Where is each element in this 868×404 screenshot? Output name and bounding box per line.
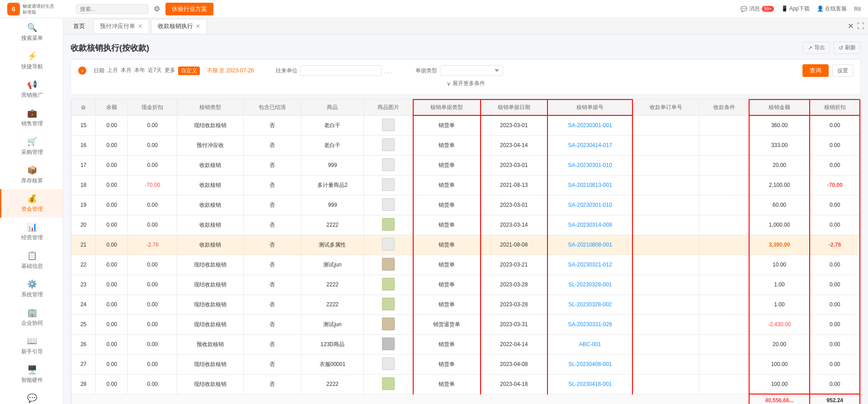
sidebar-item-sales[interactable]: 💼 销售管理 [0,104,63,132]
bill-no-link[interactable]: SL-20230418-001 [568,381,612,387]
date-this-year[interactable]: 本年 [134,67,145,75]
tab-receipt-exec-close[interactable]: ✕ [196,23,200,29]
query-btn[interactable]: 查询 [802,64,829,77]
goods-image [382,278,395,290]
row-balance: 0.00 [96,135,128,155]
goods-image [382,218,395,231]
row-bill-no[interactable]: SA-20230301-001 [547,115,632,135]
filter-collapse-btn[interactable]: » [78,67,86,75]
row-bill-type: 销货退货单 [413,314,480,334]
sidebar-item-guide[interactable]: 📖 新手引导 [0,332,63,360]
date-more[interactable]: 更多 [165,67,175,75]
row-bill-no[interactable]: ABC-001 [547,334,632,354]
settings-btn[interactable]: 设置 [832,64,853,77]
row-bill-no[interactable]: SL-20230418-001 [547,374,632,394]
bill-no-link[interactable]: SA-20230414-017 [568,142,612,148]
bill-type-select[interactable] [440,65,503,76]
row-bill-no[interactable]: SA-20210808-001 [547,235,632,255]
row-discount: -2.76 [810,235,860,255]
goods-image [382,337,395,350]
sidebar-item-basic[interactable]: 📋 基础信息 [0,246,63,275]
tab-close-all-btn[interactable]: ✕ [848,22,854,30]
row-goods-img [364,215,414,235]
row-no: 27 [71,354,96,374]
row-goods-img [364,235,414,255]
row-bill-no[interactable]: SA-20230314-008 [547,215,632,235]
row-no: 25 [71,314,96,334]
row-bill-date: 2023-03-14 [481,215,547,235]
sidebar-item-enterprise[interactable]: 🏢 企业协同 [0,303,63,332]
row-amount: 1,000.00 [749,215,810,235]
tab-prepayment-close[interactable]: ✕ [138,23,142,29]
finance-icon: 💰 [27,194,37,204]
tab-home[interactable]: 首页 [67,19,91,33]
top-search-input[interactable] [76,4,148,14]
col-gear[interactable]: ⚙ [71,100,96,115]
sidebar-item-marketing[interactable]: 📢 营销推广 [0,75,63,104]
row-bill-no[interactable]: SA-20230414-017 [547,135,632,155]
row-bill-no[interactable]: SA-20210813-001 [547,175,632,195]
col-goods: 商品 [301,100,363,115]
sidebar-item-operations[interactable]: 📊 经营管理 [0,218,63,246]
partner-input[interactable] [300,65,382,76]
row-receipt-cond [699,195,749,215]
tab-receipt-exec[interactable]: 收款核销执行 ✕ [151,19,207,33]
bill-no-link[interactable]: SA-20210808-001 [568,242,612,248]
tab-prepayment[interactable]: 预付冲应付单 ✕ [93,19,149,33]
settings-icon[interactable]: ⚙ [154,5,160,13]
date-custom[interactable]: 自定义 [178,67,200,75]
expand-more-btn[interactable]: ∨ 展开更多条件 [78,80,853,87]
bill-no-link[interactable]: SA-20230301-010 [568,202,612,208]
row-bill-no[interactable]: SA-20230301-010 [547,155,632,175]
sidebar-label-marketing: 营销推广 [21,91,43,99]
bill-no-link[interactable]: SA-20230321-012 [568,261,612,268]
row-cash-discount: 0.00 [128,295,177,314]
industry-btn[interactable]: 休验行业方案 [165,3,213,15]
expand-icon: ∨ [447,81,451,87]
date-last-month[interactable]: 上月 [107,67,118,75]
bill-no-link[interactable]: SA-20210813-001 [568,182,612,188]
row-bill-no[interactable]: SL-20230408-001 [547,354,632,374]
sidebar-item-purchase[interactable]: 🛒 采购管理 [0,132,63,161]
refresh-btn[interactable]: ↺ 刷新 [834,42,861,54]
messages-area[interactable]: 💬 消息 99+ [741,5,774,13]
row-bill-no[interactable]: SL-20230328-001 [547,275,632,295]
row-goods: 衣服00001 [301,354,363,374]
export-btn[interactable]: ↗ 导出 [803,42,830,54]
row-bill-no[interactable]: SL-20230328-002 [547,295,632,314]
date-last-7-days[interactable]: 近7天 [148,67,162,75]
bill-no-link[interactable]: SL-20230408-001 [568,361,612,367]
row-bill-no[interactable]: SA-20230331-026 [547,314,632,334]
row-bill-no[interactable]: SA-20230321-012 [547,255,632,275]
sidebar-item-system[interactable]: ⚙️ 系统管理 [0,275,63,303]
sidebar-item-finance[interactable]: 💰 资金管理 [0,189,63,218]
sidebar-item-quick-nav[interactable]: ⚡ 快捷导航 [0,47,63,75]
message-icon: 💬 [741,6,747,12]
bill-no-link[interactable]: ABC-001 [579,341,601,347]
sidebar-item-inventory[interactable]: 📦 库存核算 [0,161,63,189]
date-this-month[interactable]: 本月 [121,67,132,75]
sidebar-item-hardware[interactable]: 🖥️ 智能硬件 [0,360,63,389]
date-shortcuts: 上月 本月 本年 近7天 更多 自定义 [107,67,200,75]
row-receipt-no [632,374,699,394]
bill-no-link[interactable]: SA-20230331-026 [568,321,612,328]
bill-no-link[interactable]: SL-20230328-002 [568,301,612,308]
row-bill-type: 销货单 [413,255,480,275]
online-service[interactable]: 👤 在线客服 [817,5,847,13]
user-info[interactable]: Rit [854,6,861,12]
row-goods-img [364,135,414,155]
bill-no-link[interactable]: SA-20230301-010 [568,162,612,168]
filter-date: 日期 上月 本月 本年 近7天 更多 自定义 [94,67,200,75]
bill-no-link[interactable]: SA-20230301-001 [568,122,612,128]
sidebar-item-wechat[interactable]: 💬 企业微信 [0,389,63,404]
date-range-text: 不限 至 2023-07-26 [207,67,254,75]
sidebar-item-search[interactable]: 🔍 搜索菜单 [0,18,63,47]
row-discount: 0.00 [810,334,860,354]
tab-expand-btn[interactable]: ⛶ [857,22,864,30]
sidebar-label-enterprise: 企业协同 [21,319,43,327]
bill-no-link[interactable]: SA-20230314-008 [568,222,612,228]
app-download[interactable]: 📱 App下载 [781,5,810,13]
bill-no-link[interactable]: SL-20230328-001 [568,281,612,288]
row-bill-no[interactable]: SA-20230301-010 [547,195,632,215]
row-receipt-no [632,135,699,155]
